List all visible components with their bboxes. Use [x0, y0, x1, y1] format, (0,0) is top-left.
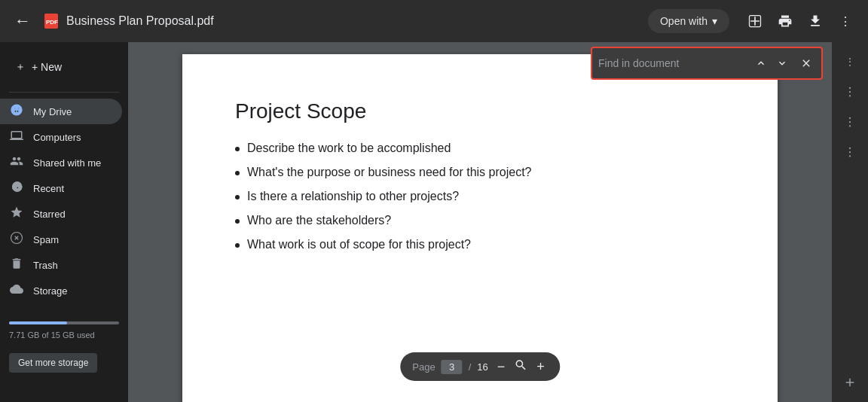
right-panel-button-4[interactable]	[836, 139, 863, 166]
sidebar-item-label: Starred	[33, 209, 66, 220]
new-label: + New	[32, 61, 62, 73]
back-button[interactable]: ←	[9, 8, 36, 35]
bullet-text: What's the purpose or business need for …	[247, 166, 531, 179]
main-content: ＋ + New My Drive Computers Shared with m…	[0, 42, 868, 402]
svg-point-8	[849, 121, 851, 123]
get-more-storage-button[interactable]: Get more storage	[9, 353, 97, 373]
page-label: Page	[412, 361, 435, 373]
sidebar-item-label: Storage	[33, 285, 68, 297]
svg-point-5	[849, 91, 851, 93]
right-panel-button-2[interactable]	[836, 78, 863, 105]
bullet-dot	[235, 195, 240, 199]
top-bar: ← PDF Business Plan Proposal.pdf Open wi…	[0, 0, 868, 42]
bullet-text: What work is out of scope for this proje…	[247, 238, 471, 251]
svg-point-4	[849, 87, 851, 89]
sidebar-item-label: Trash	[33, 260, 58, 271]
svg-point-11	[849, 151, 851, 153]
sidebar-item-label: Shared with me	[33, 157, 101, 169]
find-bar	[591, 47, 823, 80]
starred-icon	[9, 206, 24, 222]
shared-icon	[9, 154, 24, 171]
top-bar-actions: ⋮	[741, 8, 859, 35]
svg-point-6	[849, 95, 851, 96]
bullet-dot	[235, 171, 240, 175]
zoom-out-button[interactable]: −	[494, 359, 509, 375]
bullet-text: Who are the stakeholders?	[247, 214, 391, 227]
page-separator: /	[469, 361, 472, 373]
new-button[interactable]: ＋ + New	[9, 54, 68, 80]
find-input[interactable]	[598, 57, 749, 69]
sidebar-item-computers[interactable]: Computers	[0, 124, 122, 150]
find-close-button[interactable]	[797, 54, 815, 72]
open-with-button[interactable]: Open with ▾	[648, 9, 729, 33]
new-plus-icon: ＋	[15, 60, 26, 74]
sidebar-item-label: Spam	[33, 234, 59, 245]
sidebar-item-recent[interactable]: Recent	[0, 175, 122, 201]
bullet-text: Is there a relationship to other project…	[247, 190, 459, 203]
file-title: Business Plan Proposal.pdf	[66, 14, 642, 28]
svg-point-7	[849, 117, 851, 119]
sidebar-item-label: My Drive	[33, 106, 72, 117]
computers-icon	[9, 129, 24, 145]
page-controls: Page / 16 − +	[400, 352, 560, 381]
sidebar-item-spam[interactable]: Spam	[0, 227, 122, 252]
trash-icon	[9, 257, 24, 273]
right-panel-add-button[interactable]	[836, 369, 863, 396]
right-panel-button-1[interactable]: ⋮	[836, 48, 863, 75]
sidebar-item-my-drive[interactable]: My Drive	[0, 99, 122, 124]
more-icon: ⋮	[839, 14, 851, 29]
add-to-drive-button[interactable]	[741, 8, 769, 35]
list-item: Describe the work to be accomplished	[235, 142, 725, 155]
list-item: What work is out of scope for this proje…	[235, 238, 725, 251]
storage-bar-fill	[9, 321, 67, 324]
download-button[interactable]	[802, 8, 829, 35]
bullet-text: Describe the work to be accomplished	[247, 142, 451, 155]
pdf-file-icon: PDF	[42, 12, 60, 30]
sidebar-item-storage[interactable]: Storage	[0, 278, 122, 303]
open-with-chevron-icon: ▾	[712, 15, 717, 27]
zoom-icon	[514, 358, 527, 375]
zoom-in-button[interactable]: +	[533, 359, 548, 375]
svg-text:PDF: PDF	[46, 19, 58, 26]
pdf-heading: Project Scope	[235, 99, 725, 123]
sidebar-divider	[9, 92, 119, 93]
storage-section: 7.71 GB of 15 GB used	[0, 309, 128, 347]
svg-point-10	[849, 148, 851, 149]
sidebar-item-label: Recent	[33, 183, 64, 194]
list-item: What's the purpose or business need for …	[235, 166, 725, 179]
svg-point-12	[849, 155, 851, 157]
bullet-dot	[235, 219, 240, 224]
open-with-label: Open with	[660, 15, 708, 27]
print-button[interactable]	[772, 8, 799, 35]
svg-point-9	[849, 125, 851, 126]
storage-bar-bg	[9, 321, 119, 324]
list-item: Who are the stakeholders?	[235, 214, 725, 227]
recent-icon	[9, 180, 24, 196]
right-panel: ⋮	[832, 42, 868, 402]
page-total: 16	[477, 361, 487, 373]
bullet-dot	[235, 147, 240, 151]
sidebar-item-starred[interactable]: Starred	[0, 201, 122, 227]
sidebar-item-label: Computers	[33, 132, 81, 143]
find-prev-button[interactable]	[752, 54, 770, 72]
sidebar-item-shared[interactable]: Shared with me	[0, 150, 122, 175]
page-number-input[interactable]	[442, 360, 463, 374]
storage-icon	[9, 282, 24, 299]
more-options-button[interactable]: ⋮	[832, 8, 859, 35]
right-panel-button-3[interactable]	[836, 108, 863, 136]
sidebar-item-trash[interactable]: Trash	[0, 252, 122, 278]
pdf-page: Project Scope Describe the work to be ac…	[182, 54, 778, 402]
bullet-dot	[235, 243, 240, 248]
my-drive-icon	[9, 103, 24, 120]
storage-used-text: 7.71 GB of 15 GB used	[9, 330, 95, 340]
spam-icon	[9, 231, 24, 248]
find-next-button[interactable]	[773, 54, 791, 72]
sidebar: ＋ + New My Drive Computers Shared with m…	[0, 42, 128, 402]
pdf-bullet-list: Describe the work to be accomplished Wha…	[235, 142, 725, 251]
viewer-area: Project Scope Describe the work to be ac…	[128, 42, 832, 402]
list-item: Is there a relationship to other project…	[235, 190, 725, 203]
